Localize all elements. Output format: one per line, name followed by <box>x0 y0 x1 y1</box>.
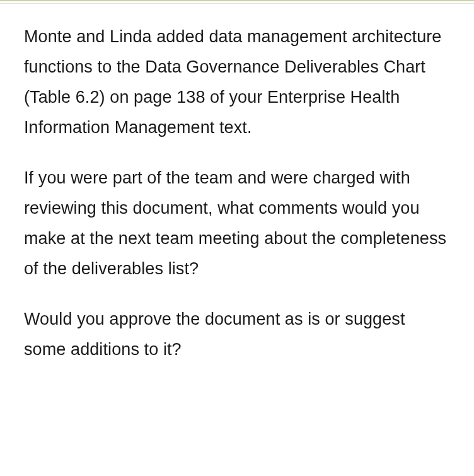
paragraph-1: Monte and Linda added data management ar… <box>24 21 450 142</box>
divider-top <box>0 0 474 1</box>
paragraph-2: If you were part of the team and were ch… <box>24 163 450 284</box>
paragraph-3: Would you approve the document as is or … <box>24 304 450 364</box>
document-content: Monte and Linda added data management ar… <box>0 4 474 377</box>
